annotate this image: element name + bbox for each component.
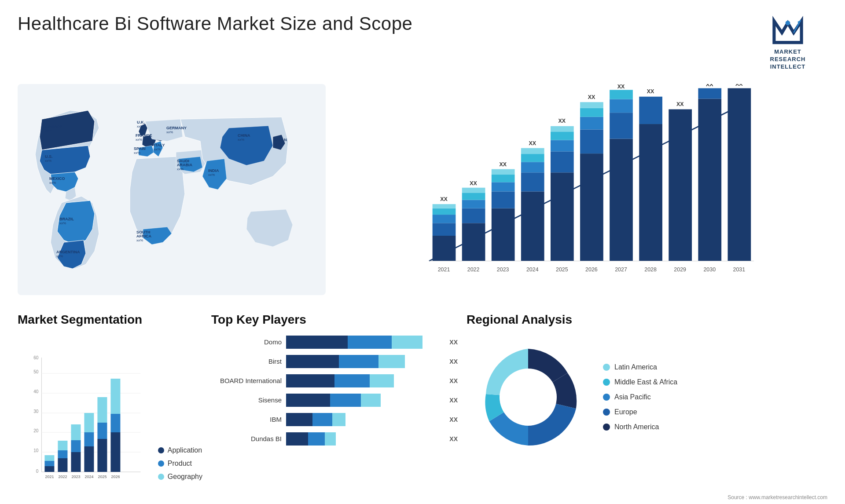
dot-europe bbox=[603, 409, 610, 416]
player-bar-ibm bbox=[286, 413, 441, 426]
svg-rect-62 bbox=[698, 99, 721, 261]
svg-rect-45 bbox=[580, 108, 603, 117]
svg-rect-31 bbox=[521, 154, 544, 162]
svg-point-1 bbox=[786, 21, 790, 26]
svg-rect-100 bbox=[97, 439, 107, 472]
svg-text:2023: 2023 bbox=[497, 267, 509, 273]
logo-area: MARKET RESEARCH INTELLECT bbox=[748, 13, 827, 71]
bar-seg3-ibm bbox=[332, 413, 345, 426]
dot-latin bbox=[603, 364, 610, 371]
svg-rect-39 bbox=[551, 126, 574, 131]
player-bar-sisense bbox=[286, 394, 441, 407]
svg-text:XX: XX bbox=[499, 161, 507, 168]
bar-seg3-birst bbox=[378, 355, 405, 368]
svg-text:2029: 2029 bbox=[674, 267, 686, 273]
donut-chart bbox=[467, 336, 590, 459]
map-label-japan: JAPAN bbox=[274, 138, 287, 142]
svg-rect-10 bbox=[433, 208, 456, 214]
svg-rect-46 bbox=[580, 102, 603, 108]
player-row-ibm: IBM XX bbox=[211, 413, 458, 426]
page-container: Healthcare Bi Software Market Size and S… bbox=[0, 0, 845, 504]
svg-rect-84 bbox=[44, 466, 54, 472]
svg-rect-37 bbox=[551, 140, 574, 151]
segmentation-title: Market Segmentation bbox=[18, 313, 202, 327]
svg-rect-50 bbox=[610, 113, 633, 139]
svg-rect-43 bbox=[580, 129, 603, 153]
bar-seg2-ibm bbox=[312, 413, 332, 426]
svg-rect-106 bbox=[110, 379, 120, 414]
svg-rect-22 bbox=[492, 191, 515, 208]
growth-chart-area: XX 2021 XX 2022 XX 2023 bbox=[334, 80, 827, 299]
svg-rect-24 bbox=[492, 175, 515, 182]
svg-text:XX: XX bbox=[676, 101, 684, 107]
top-section: CANADA xx% U.S. xx% MEXICO xx% BRAZIL xx… bbox=[18, 80, 827, 299]
svg-rect-42 bbox=[580, 153, 603, 261]
header: Healthcare Bi Software Market Size and S… bbox=[18, 13, 827, 71]
map-label-mexico: MEXICO bbox=[49, 176, 65, 181]
svg-rect-23 bbox=[492, 182, 515, 191]
svg-rect-85 bbox=[44, 461, 54, 466]
svg-rect-36 bbox=[551, 151, 574, 172]
map-val-japan: xx% bbox=[274, 142, 280, 146]
svg-rect-28 bbox=[521, 191, 544, 261]
svg-rect-97 bbox=[84, 432, 94, 446]
players-area: Top Key Players Domo XX Birst bbox=[211, 313, 458, 504]
segmentation-area: Market Segmentation 0 10 20 30 40 50 60 bbox=[18, 313, 202, 504]
map-val-italy: xx% bbox=[154, 147, 161, 151]
svg-rect-8 bbox=[433, 223, 456, 236]
logo-icon bbox=[770, 13, 805, 48]
player-bar-birst bbox=[286, 355, 441, 368]
bar-seg3-domo bbox=[392, 336, 422, 349]
regional-area: Regional Analysis bbox=[467, 313, 827, 504]
svg-text:50: 50 bbox=[33, 369, 39, 374]
map-val-france: xx% bbox=[136, 138, 142, 142]
svg-rect-7 bbox=[433, 236, 456, 261]
map-label-germany: GERMANY bbox=[166, 126, 187, 130]
svg-text:XX: XX bbox=[647, 88, 654, 95]
bar-seg3-dundas bbox=[325, 432, 336, 446]
bar-seg2-sisense bbox=[330, 394, 361, 407]
svg-rect-101 bbox=[97, 423, 107, 439]
svg-rect-102 bbox=[97, 397, 107, 423]
svg-rect-94 bbox=[71, 424, 81, 440]
logo-text: MARKET RESEARCH INTELLECT bbox=[770, 48, 806, 71]
svg-text:2021: 2021 bbox=[438, 267, 450, 273]
map-label-us: U.S. bbox=[45, 154, 53, 159]
svg-rect-89 bbox=[58, 450, 67, 458]
player-xx-ibm: XX bbox=[449, 416, 458, 423]
svg-text:XX: XX bbox=[588, 94, 595, 100]
player-xx-board: XX bbox=[449, 377, 458, 384]
map-label-france: FRANCE bbox=[136, 133, 152, 138]
svg-rect-9 bbox=[433, 215, 456, 223]
svg-text:XX: XX bbox=[706, 84, 713, 88]
segmentation-chart: 0 10 20 30 40 50 60 bbox=[18, 353, 149, 494]
svg-text:XX: XX bbox=[470, 180, 477, 186]
player-xx-domo: XX bbox=[449, 339, 458, 346]
legend-geography: Geography bbox=[158, 473, 202, 481]
svg-rect-25 bbox=[492, 169, 515, 174]
legend-label-product: Product bbox=[168, 460, 192, 467]
svg-text:2026: 2026 bbox=[585, 267, 598, 273]
svg-rect-38 bbox=[551, 131, 574, 140]
page-title: Healthcare Bi Software Market Size and S… bbox=[18, 13, 412, 34]
legend-apac: Asia Pacific bbox=[603, 393, 677, 401]
svg-text:0: 0 bbox=[36, 469, 39, 474]
bar-seg2-domo bbox=[348, 336, 392, 349]
map-label-uk: U.K. bbox=[137, 120, 145, 124]
map-area: CANADA xx% U.S. xx% MEXICO xx% BRAZIL xx… bbox=[18, 80, 326, 299]
label-mea: Middle East & Africa bbox=[614, 378, 677, 386]
map-val-india: xx% bbox=[208, 173, 215, 177]
regional-content: Latin America Middle East & Africa Asia … bbox=[467, 336, 827, 459]
label-apac: Asia Pacific bbox=[614, 393, 651, 401]
player-xx-birst: XX bbox=[449, 358, 458, 365]
bar-seg3-board bbox=[370, 374, 394, 387]
svg-text:2022: 2022 bbox=[58, 475, 67, 479]
svg-text:XX: XX bbox=[735, 84, 743, 87]
player-name-sisense: Sisense bbox=[211, 396, 282, 404]
seg-legend: Application Product Geography bbox=[158, 446, 202, 494]
svg-rect-21 bbox=[492, 208, 515, 261]
map-val-canada: xx% bbox=[45, 129, 52, 133]
player-name-ibm: IBM bbox=[211, 416, 282, 423]
svg-text:2022: 2022 bbox=[467, 267, 480, 273]
bar-seg3-sisense bbox=[361, 394, 381, 407]
